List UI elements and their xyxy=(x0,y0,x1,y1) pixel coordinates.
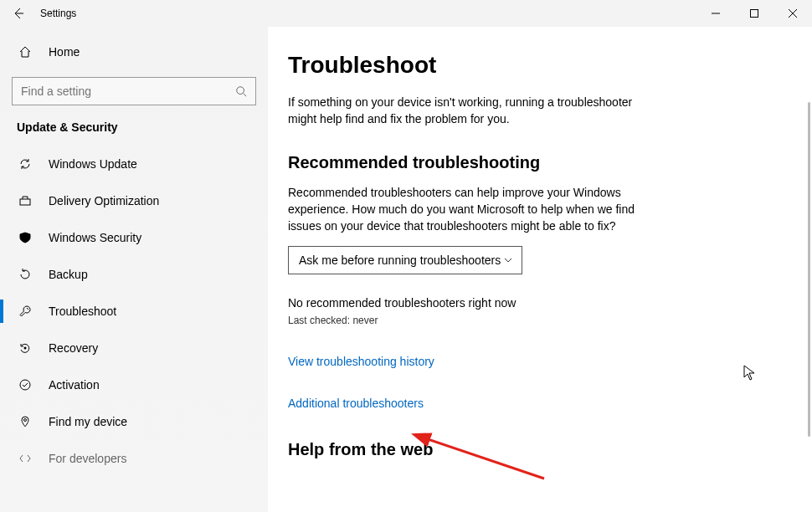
titlebar-left: Settings xyxy=(0,0,76,27)
sidebar-item-delivery-optimization[interactable]: Delivery Optimization xyxy=(0,182,268,219)
titlebar: Settings xyxy=(0,0,812,27)
recommended-desc: Recommended troubleshooters can help imp… xyxy=(288,184,648,235)
search-wrap xyxy=(0,77,268,120)
page-title: Troubleshoot xyxy=(288,52,723,79)
main-content: Troubleshoot If something on your device… xyxy=(268,27,812,512)
last-checked-text: Last checked: never xyxy=(288,315,723,326)
check-circle-icon xyxy=(17,378,33,392)
sidebar-item-for-developers[interactable]: For developers xyxy=(0,440,268,477)
maximize-button[interactable] xyxy=(735,0,773,27)
dropdown-value: Ask me before running troubleshooters xyxy=(299,253,501,267)
svg-point-9 xyxy=(24,419,27,422)
troubleshoot-preference-dropdown[interactable]: Ask me before running troubleshooters xyxy=(288,246,522,274)
sidebar-item-windows-security[interactable]: Windows Security xyxy=(0,219,268,256)
main-scroll[interactable]: Troubleshoot If something on your device… xyxy=(288,52,757,512)
search-box[interactable] xyxy=(12,77,256,105)
svg-point-8 xyxy=(20,380,30,390)
sidebar-item-windows-update[interactable]: Windows Update xyxy=(0,146,268,182)
search-input[interactable] xyxy=(21,84,235,98)
backup-icon xyxy=(17,268,33,281)
section-help-title: Help from the web xyxy=(288,440,723,459)
wrench-icon xyxy=(17,305,33,318)
body: Home Update & Security Windows Update xyxy=(0,27,812,512)
svg-rect-6 xyxy=(20,199,30,205)
chevron-down-icon xyxy=(503,255,513,265)
settings-window: Settings Home xyxy=(0,0,812,512)
sidebar-item-label: Delivery Optimization xyxy=(49,194,159,207)
code-icon xyxy=(17,452,33,465)
sidebar-item-backup[interactable]: Backup xyxy=(0,256,268,293)
home-nav[interactable]: Home xyxy=(0,35,268,69)
minimize-button[interactable] xyxy=(696,0,735,27)
sidebar-item-label: Windows Security xyxy=(49,231,141,244)
additional-troubleshooters-link[interactable]: Additional troubleshooters xyxy=(288,397,723,410)
view-history-link[interactable]: View troubleshooting history xyxy=(288,355,723,368)
svg-point-4 xyxy=(237,87,244,95)
svg-line-5 xyxy=(244,94,247,97)
back-button[interactable] xyxy=(0,0,37,27)
sidebar-item-label: Activation xyxy=(49,378,100,392)
window-controls xyxy=(696,0,812,27)
nav-list: Windows Update Delivery Optimization Win… xyxy=(0,146,268,477)
delivery-icon xyxy=(17,194,33,207)
svg-rect-1 xyxy=(751,10,758,18)
search-icon xyxy=(235,85,247,97)
sidebar-item-label: Find my device xyxy=(49,415,127,428)
shield-icon xyxy=(17,231,33,244)
sidebar: Home Update & Security Windows Update xyxy=(0,27,268,512)
sidebar-item-label: Windows Update xyxy=(49,157,137,171)
sidebar-item-troubleshoot[interactable]: Troubleshoot xyxy=(0,293,268,330)
sidebar-item-label: Troubleshoot xyxy=(49,305,116,318)
location-icon xyxy=(17,415,33,428)
svg-point-7 xyxy=(24,347,27,350)
window-title: Settings xyxy=(40,8,76,19)
sync-icon xyxy=(17,157,33,171)
intro-text: If something on your device isn't workin… xyxy=(288,94,648,128)
section-recommended-title: Recommended troubleshooting xyxy=(288,153,723,172)
sidebar-item-label: Backup xyxy=(49,268,88,281)
sidebar-item-recovery[interactable]: Recovery xyxy=(0,330,268,366)
no-recommended-text: No recommended troubleshooters right now xyxy=(288,296,723,310)
sidebar-section-title: Update & Security xyxy=(0,120,268,146)
close-button[interactable] xyxy=(773,0,812,27)
sidebar-item-find-my-device[interactable]: Find my device xyxy=(0,403,268,440)
sidebar-item-activation[interactable]: Activation xyxy=(0,366,268,403)
sidebar-item-label: For developers xyxy=(49,452,126,465)
sidebar-item-label: Recovery xyxy=(49,341,98,355)
scrollbar-thumb[interactable] xyxy=(808,102,810,437)
home-icon xyxy=(17,45,33,59)
home-label: Home xyxy=(49,45,80,59)
recovery-icon xyxy=(17,341,33,355)
